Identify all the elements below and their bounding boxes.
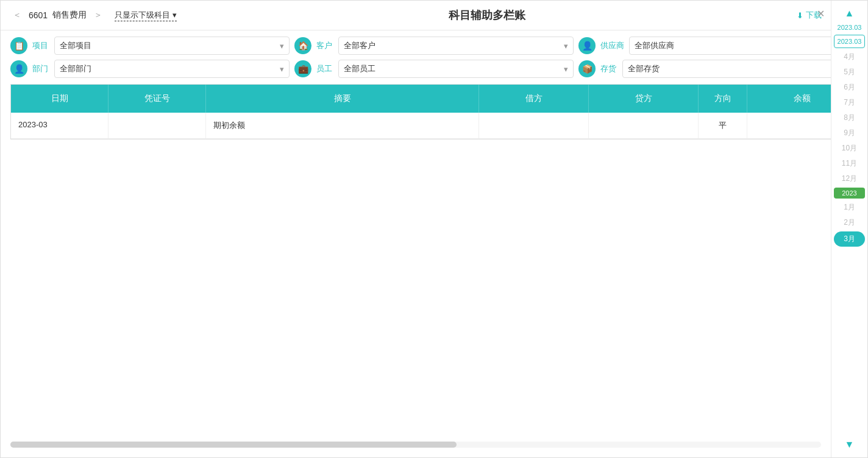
scrollbar-thumb	[10, 442, 457, 448]
department-chevron-icon: ▾	[280, 65, 284, 74]
table-container: 日期 凭证号 摘要 借方 贷方 方向 余额 2023-03 期初余额 平	[10, 84, 858, 139]
cell-date: 2023-03	[11, 113, 108, 138]
customer-label: 客户	[316, 40, 333, 51]
cell-debit	[479, 113, 589, 138]
supplier-select[interactable]: 全部供应商 ▾	[629, 37, 858, 55]
supplier-label: 供应商	[600, 40, 624, 51]
col-summary: 摘要	[206, 85, 479, 113]
chevron-down-icon: ▾	[173, 10, 177, 19]
customer-chevron-icon: ▾	[564, 41, 568, 51]
employee-select[interactable]: 全部员工 ▾	[338, 60, 574, 78]
filters-panel: 📋 项目 全部项目 ▾ 🏠 客户 全部客户 ▾ 👤 供应商 全部供应商 ▾	[1, 30, 867, 84]
project-icon: 📋	[10, 37, 27, 54]
sidebar-item-6[interactable]: 6月	[831, 80, 867, 95]
cell-voucher	[108, 113, 206, 138]
inventory-select[interactable]: 全部存货 ▾	[622, 60, 858, 78]
show-sub-button[interactable]: 只显示下级科目 ▾	[115, 10, 177, 21]
sidebar-item-8[interactable]: 8月	[831, 110, 867, 125]
sidebar-item-2023-03[interactable]: 2023.03	[834, 35, 865, 48]
next-account-button[interactable]: ＞	[91, 9, 105, 22]
show-sub-label: 只显示下级科目	[115, 10, 170, 21]
inventory-filter: 📦 存货 全部存货 ▾	[578, 60, 858, 78]
sidebar-down-button[interactable]: ▼	[842, 437, 857, 453]
department-label: 部门	[32, 63, 49, 74]
sidebar-item-7[interactable]: 7月	[831, 95, 867, 110]
employee-label: 员工	[316, 63, 333, 74]
employee-chevron-icon: ▾	[564, 65, 568, 74]
table-header: 日期 凭证号 摘要 借方 贷方 方向 余额	[11, 85, 857, 113]
employee-icon: 💼	[294, 60, 311, 77]
customer-value: 全部客户	[344, 40, 375, 51]
project-select[interactable]: 全部项目 ▾	[54, 37, 290, 55]
col-date: 日期	[11, 85, 108, 113]
sidebar-item-2[interactable]: 2月	[831, 215, 867, 230]
supplier-value: 全部供应商	[635, 40, 674, 51]
employee-filter: 💼 员工 全部员工 ▾	[294, 60, 574, 78]
sidebar-item-3-highlighted[interactable]: 3月	[834, 231, 865, 247]
page-title: 科目辅助多栏账	[182, 8, 792, 23]
account-name: 销售费用	[52, 10, 87, 21]
department-filter: 👤 部门 全部部门 ▾	[10, 60, 290, 78]
cell-credit	[589, 113, 699, 138]
sidebar-year-badge[interactable]: 2023	[834, 188, 865, 199]
table-row: 2023-03 期初余额 平	[11, 113, 857, 139]
prev-account-button[interactable]: ＜	[10, 9, 24, 22]
sidebar-up-button[interactable]: ▲	[842, 5, 857, 21]
cell-summary: 期初余额	[206, 113, 479, 138]
department-select[interactable]: 全部部门 ▾	[54, 60, 290, 78]
inventory-label: 存货	[600, 63, 617, 74]
sidebar-item-11[interactable]: 11月	[831, 156, 867, 171]
sidebar-item-12[interactable]: 12月	[831, 171, 867, 186]
download-icon: ⬇	[797, 11, 803, 20]
project-value: 全部项目	[60, 40, 91, 51]
customer-filter: 🏠 客户 全部客户 ▾	[294, 37, 574, 55]
inventory-icon: 📦	[578, 60, 596, 77]
cell-direction: 平	[699, 113, 747, 138]
sidebar-item-9[interactable]: 9月	[831, 125, 867, 141]
col-direction: 方向	[699, 85, 747, 113]
sidebar-item-5[interactable]: 5月	[831, 65, 867, 80]
customer-select[interactable]: 全部客户 ▾	[338, 37, 574, 55]
employee-value: 全部员工	[344, 63, 375, 74]
customer-icon: 🏠	[294, 37, 311, 54]
horizontal-scrollbar[interactable]	[10, 442, 821, 448]
close-button[interactable]: ✕	[817, 8, 825, 19]
sidebar-item-10[interactable]: 10月	[831, 141, 867, 156]
right-sidebar: ▲ 2023.03 2023.03 4月 5月 6月 7月 8月 9月 10月 …	[831, 1, 867, 457]
sidebar-item-1[interactable]: 1月	[831, 200, 867, 215]
project-filter: 📋 项目 全部项目 ▾	[10, 37, 290, 55]
col-debit: 借方	[479, 85, 589, 113]
col-voucher: 凭证号	[108, 85, 206, 113]
department-icon: 👤	[10, 60, 27, 77]
account-code: 6601	[29, 10, 48, 20]
project-chevron-icon: ▾	[280, 41, 284, 51]
main-container: ＜ 6601 销售费用 ＞ 只显示下级科目 ▾ 科目辅助多栏账 ⬇ 下载 🖨 打…	[0, 0, 868, 458]
supplier-icon: 👤	[578, 37, 596, 54]
sidebar-item-2023-03-header[interactable]: 2023.03	[831, 21, 867, 33]
header: ＜ 6601 销售费用 ＞ 只显示下级科目 ▾ 科目辅助多栏账 ⬇ 下载 🖨 打…	[1, 1, 867, 30]
col-credit: 贷方	[589, 85, 699, 113]
inventory-value: 全部存货	[628, 63, 660, 74]
department-value: 全部部门	[60, 63, 91, 74]
table-body: 2023-03 期初余额 平	[11, 113, 857, 139]
supplier-filter: 👤 供应商 全部供应商 ▾	[578, 37, 858, 55]
sidebar-item-4[interactable]: 4月	[831, 49, 867, 65]
project-label: 项目	[32, 40, 49, 51]
